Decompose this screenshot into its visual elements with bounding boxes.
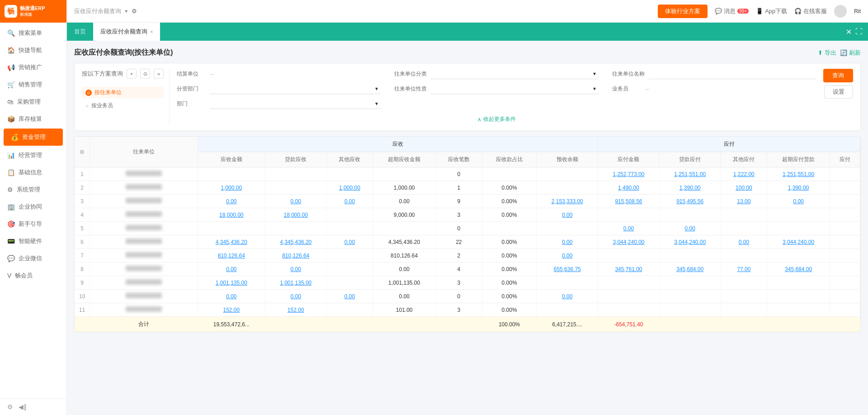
cell-ap-loan: 345,684.00 — [659, 262, 721, 276]
cell-partner — [90, 195, 198, 208]
filter-wanglai-name-input[interactable] — [648, 69, 816, 79]
cell-idx: 7 — [75, 249, 90, 262]
scheme-active-icon: ⊙ — [85, 90, 92, 96]
cell-ap-loan — [659, 208, 721, 222]
filter-jiesuan-dots[interactable]: ··· — [210, 71, 214, 77]
table-settings-icon[interactable]: ⚙ — [80, 149, 85, 155]
cell-ap-other: 0.00 — [721, 235, 767, 249]
user-avatar[interactable] — [834, 5, 847, 18]
cell-prepay — [537, 276, 598, 290]
sidebar-item-wechat[interactable]: 💬 企业微信 — [0, 250, 66, 267]
table-row: 4 18,000.00 18,000.00 9,000.00 3 0.00% 0… — [75, 208, 860, 222]
cell-ap-loan: 3,044,240.00 — [659, 235, 721, 249]
page-title: 应收应付余额查询(按往来单位) — [74, 48, 173, 57]
sidebar-item-search[interactable]: 🔍 搜索菜单 — [0, 24, 66, 42]
sidebar-collapse-btn[interactable]: ◀‖ — [19, 403, 27, 410]
col-ap-other: 其他应付 — [721, 152, 767, 167]
tab-bar: 首页 应收应付余额查询 × ✕ ⛶ — [67, 23, 868, 41]
sidebar-item-quicknav[interactable]: 🏠 快捷导航 — [0, 42, 66, 59]
cell-ap-other: 13.00 — [721, 195, 767, 208]
sidebar-item-operation[interactable]: 📊 经营管理 — [0, 147, 66, 164]
sidebar-icon-marketing: 📢 — [7, 64, 15, 71]
sidebar-item-inventory[interactable]: 📦 库存核算 — [0, 110, 66, 128]
cell-prepay: 0.00 — [537, 235, 598, 249]
filter-add-btn[interactable]: + — [127, 69, 137, 79]
tab-close-all-btn[interactable]: ✕ — [846, 28, 852, 36]
sidebar-item-sales[interactable]: 🛒 销售管理 — [0, 76, 66, 93]
tab-bar-actions: ✕ ⛶ — [846, 28, 868, 36]
main-content: 应收应付余额查询(按往来单位) ⬆ 导出 🔄 刷新 按以下方案查询 + ⊙ « — [67, 41, 868, 415]
filter-settings-btn[interactable]: ⊙ — [140, 69, 150, 79]
cell-ar-count: 3 — [435, 208, 482, 222]
sidebar-label-operation: 经营管理 — [19, 151, 42, 159]
notification-btn[interactable]: 💬 消息 99+ — [715, 7, 749, 15]
filter-wanglai-cat-label: 往来单位分类 — [394, 70, 427, 78]
collapse-btn[interactable]: ∧ 收起更多条件 — [177, 114, 816, 125]
sidebar-item-basic[interactable]: 📋 基础信息 — [0, 164, 66, 181]
user-name[interactable]: Rit — [854, 8, 861, 14]
cell-ar-count: 9 — [435, 195, 482, 208]
filter-wanglai-cat-select[interactable]: ▾ — [430, 69, 598, 79]
col-settings: ⚙ — [75, 137, 90, 167]
bumen-chevron-icon: ▾ — [375, 100, 378, 107]
sidebar-icon-member: V — [7, 272, 11, 279]
cell-ar-amount: 1,001,135.00 — [198, 276, 265, 290]
header-settings-icon[interactable]: ⚙ — [132, 8, 137, 14]
fenguan-chevron-icon: ▾ — [375, 86, 378, 92]
refresh-btn[interactable]: 🔄 刷新 — [840, 49, 861, 57]
col-ap-loan: 贷款应付 — [659, 152, 721, 167]
data-table: ⚙ 往来单位 应收 应付 应收金额 贷款应收 其他应收 超期应收金额 应收笔数 … — [74, 136, 861, 332]
query-btn[interactable]: 查询 — [823, 69, 853, 82]
cell-ar-other: 0.00 — [326, 195, 373, 208]
scheme-item-partner[interactable]: ⊙ 按往来单位 — [82, 87, 164, 98]
sidebar-settings-btn[interactable]: ⚙ — [7, 403, 13, 410]
cell-ar-loan — [265, 222, 326, 235]
cell-prepay: 0.00 — [537, 290, 598, 303]
col-prepay: 预收余额 — [537, 152, 598, 167]
cell-ar-other — [326, 303, 373, 317]
breadcrumb-text: 应收应付余额查询 — [74, 7, 121, 15]
cell-ap-other: 100.00 — [721, 181, 767, 195]
tab-expand-btn[interactable]: ⛶ — [855, 28, 863, 36]
sidebar-label-inventory: 库存核算 — [19, 115, 42, 123]
sidebar-item-purchase[interactable]: 🛍 采购管理 — [0, 93, 66, 110]
cell-ap-overdue — [767, 208, 830, 222]
sidebar-item-member[interactable]: V 畅会员 — [0, 267, 66, 284]
cell-ap-loan: 1,390.00 — [659, 181, 721, 195]
filter-top: 按以下方案查询 + ⊙ « — [82, 69, 164, 79]
sidebar-item-marketing[interactable]: 📢 营销推广 — [0, 59, 66, 76]
sidebar-item-system[interactable]: ⚙ 系统管理 — [0, 181, 66, 198]
sidebar-item-hardware[interactable]: 📟 智能硬件 — [0, 233, 66, 250]
cell-ap-amount — [598, 249, 660, 262]
scheme-btn[interactable]: 体验行业方案 — [658, 5, 708, 18]
sidebar-icon-system: ⚙ — [7, 186, 13, 193]
sidebar-icon-search: 🔍 — [7, 29, 15, 37]
sidebar-item-newbie[interactable]: 🎯 新手引导 — [0, 215, 66, 233]
filter-wanglai-nature-select[interactable]: ▾ — [430, 84, 598, 94]
cell-ar-ratio — [482, 167, 537, 181]
filter-bumen-select[interactable]: ▾ — [210, 99, 381, 109]
scheme-item-salesman[interactable]: ○ 按业务员 — [82, 100, 164, 111]
cell-ar-ratio: 0.00% — [482, 195, 537, 208]
cell-ar-loan: 1,001,135.00 — [265, 276, 326, 290]
cell-ar-overdue: 4,345,436.20 — [373, 235, 436, 249]
cell-ar-count: 4 — [435, 262, 482, 276]
tab-close-btn[interactable]: × — [150, 29, 153, 34]
app-download-btn[interactable]: 📱 App下载 — [756, 7, 787, 15]
filter-panel: 按以下方案查询 + ⊙ « ⊙ 按往来单位 ○ 按业务员 — [74, 63, 861, 131]
online-service-btn[interactable]: 🎧 在线客服 — [794, 7, 827, 15]
tab-home[interactable]: 首页 — [67, 23, 93, 41]
cell-ap-amount — [598, 276, 660, 290]
cell-ar-loan: 810,126.64 — [265, 249, 326, 262]
setting-btn[interactable]: 设置 — [824, 85, 853, 99]
sidebar-item-enterprise[interactable]: 🏢 企业协同 — [0, 198, 66, 215]
tab-arquery[interactable]: 应收应付余额查询 × — [93, 23, 160, 41]
filter-yewuyuan-dots[interactable]: ··· — [645, 86, 650, 92]
filter-fenguan-select[interactable]: ▾ — [210, 84, 381, 94]
filter-back-btn[interactable]: « — [154, 69, 164, 79]
app-download-label: App下载 — [765, 7, 787, 15]
export-btn[interactable]: ⬆ 导出 — [818, 49, 836, 57]
col-ar-other: 其他应收 — [326, 152, 373, 167]
cell-prepay — [537, 167, 598, 181]
sidebar-item-finance[interactable]: 💰 资金管理 — [4, 129, 63, 146]
